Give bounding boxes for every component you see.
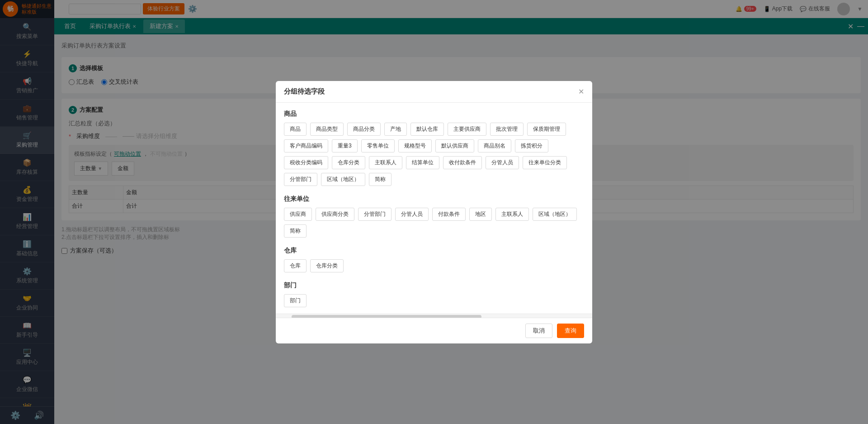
modal-header: 分组待选字段 ✕ (276, 81, 592, 103)
field-supervisor[interactable]: 分管人员 (486, 156, 519, 169)
field-select-modal: 分组待选字段 ✕ 商品 商品 商品类型 商品分类 产地 默认仓库 主要供应商 批… (276, 81, 592, 343)
field-warehouse-category[interactable]: 仓库分类 (332, 156, 365, 169)
section-partner: 往来单位 供应商 供应商分类 分管部门 分管人员 付款条件 地区 主联系人 区域… (284, 195, 584, 238)
modal-confirm-btn[interactable]: 查询 (557, 324, 584, 338)
section-dept-tags: 部门 (284, 294, 584, 307)
section-warehouse-tags: 仓库 仓库分类 (284, 259, 584, 272)
section-goods-tags: 商品 商品类型 商品分类 产地 默认仓库 主要供应商 批次管理 保质期管理 客户… (284, 123, 584, 186)
section-goods-title: 商品 (284, 110, 584, 118)
field-warehouse-cat[interactable]: 仓库分类 (310, 259, 344, 272)
field-goods[interactable]: 商品 (284, 123, 307, 136)
modal-overlay: 分组待选字段 ✕ 商品 商品 商品类型 商品分类 产地 默认仓库 主要供应商 批… (0, 0, 868, 424)
section-goods: 商品 商品 商品类型 商品分类 产地 默认仓库 主要供应商 批次管理 保质期管理… (284, 110, 584, 186)
section-warehouse: 仓库 仓库 仓库分类 (284, 247, 584, 272)
field-short-name-partner[interactable]: 简称 (284, 224, 307, 238)
field-default-warehouse[interactable]: 默认仓库 (410, 123, 444, 136)
field-main-contact[interactable]: 主联系人 (369, 156, 402, 169)
field-retail-unit[interactable]: 零售单位 (361, 139, 395, 152)
field-main-supplier[interactable]: 主要供应商 (448, 123, 486, 136)
field-dept-partner[interactable]: 分管部门 (358, 208, 392, 221)
field-payment-terms[interactable]: 收付款条件 (443, 156, 482, 169)
field-region-goods[interactable]: 区域（地区） (321, 173, 365, 186)
field-supplier[interactable]: 供应商 (284, 208, 312, 221)
field-settlement-unit[interactable]: 结算单位 (406, 156, 439, 169)
field-supervisor-partner[interactable]: 分管人员 (395, 208, 429, 221)
field-goods-category[interactable]: 商品分类 (347, 123, 381, 136)
section-dept: 部门 部门 (284, 281, 584, 307)
field-dept[interactable]: 部门 (284, 294, 307, 307)
field-default-supplier[interactable]: 默认供应商 (435, 139, 474, 152)
modal-cancel-btn[interactable]: 取消 (525, 324, 552, 338)
field-tax-code[interactable]: 税收分类编码 (284, 156, 328, 169)
field-dept-mgmt[interactable]: 分管部门 (284, 173, 317, 186)
modal-footer: 取消 查询 (276, 318, 592, 343)
field-supplier-category[interactable]: 供应商分类 (316, 208, 354, 221)
modal-close-btn[interactable]: ✕ (578, 87, 584, 96)
field-payment-cond[interactable]: 付款条件 (432, 208, 466, 221)
field-origin[interactable]: 产地 (384, 123, 407, 136)
field-batch-mgmt[interactable]: 批次管理 (490, 123, 524, 136)
field-weight[interactable]: 重量3 (332, 139, 358, 152)
section-dept-title: 部门 (284, 281, 584, 290)
field-customer-code[interactable]: 客户商品编码 (284, 139, 328, 152)
field-main-contact-partner[interactable]: 主联系人 (495, 208, 529, 221)
modal-body: 商品 商品 商品类型 商品分类 产地 默认仓库 主要供应商 批次管理 保质期管理… (276, 103, 592, 314)
field-short-name-goods[interactable]: 简称 (369, 173, 392, 186)
field-spec-model[interactable]: 规格型号 (398, 139, 432, 152)
section-warehouse-title: 仓库 (284, 247, 584, 255)
modal-title: 分组待选字段 (284, 87, 325, 96)
field-shelf-life[interactable]: 保质期管理 (527, 123, 566, 136)
modal-hscroll-thumb[interactable] (292, 315, 481, 317)
field-goods-type[interactable]: 商品类型 (310, 123, 344, 136)
field-warehouse[interactable]: 仓库 (284, 259, 307, 272)
field-area[interactable]: 地区 (469, 208, 492, 221)
section-partner-tags: 供应商 供应商分类 分管部门 分管人员 付款条件 地区 主联系人 区域（地区） … (284, 208, 584, 238)
section-partner-title: 往来单位 (284, 195, 584, 203)
field-pick-points[interactable]: 拣货积分 (515, 139, 548, 152)
field-region-partner[interactable]: 区域（地区） (533, 208, 577, 221)
field-goods-alias[interactable]: 商品别名 (478, 139, 511, 152)
field-partner-category[interactable]: 往来单位分类 (523, 156, 567, 169)
modal-horizontal-scrollbar[interactable] (276, 314, 592, 317)
